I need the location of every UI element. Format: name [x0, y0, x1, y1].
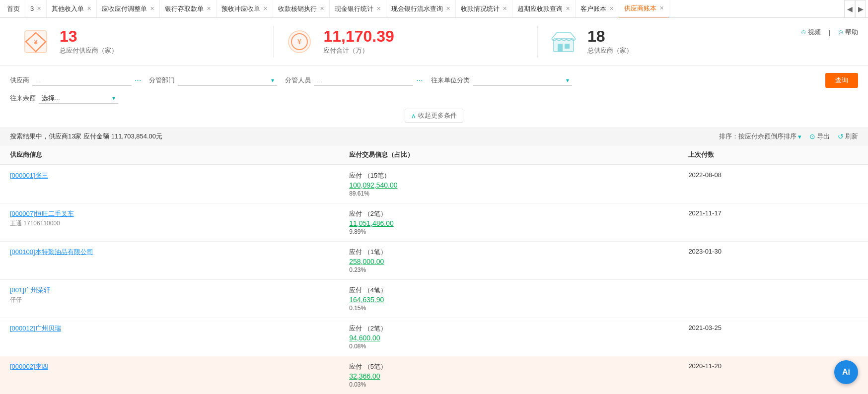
supplier-link[interactable]: [001]广州荣轩 [10, 286, 50, 294]
tab-other-income[interactable]: 其他收入单 ✕ [47, 0, 97, 18]
supplier-link[interactable]: [000002]李四 [10, 363, 48, 370]
card-icon-shop [548, 26, 579, 58]
tab-home[interactable]: 首页 [2, 0, 25, 18]
video-link[interactable]: ⊙ 视频 [801, 28, 821, 37]
last-pay-date: 2023-01-30 [688, 248, 722, 255]
balance-select-wrap: 选择... [39, 93, 118, 104]
last-pay-cell: 2023-01-30 [688, 248, 858, 255]
summary-section: ¥ 13 总应付供应商（家） ¥ 11,170.39 应付合计（万） [0, 18, 868, 66]
tx-amount[interactable]: 32,366.00 [349, 372, 688, 380]
collapse-arrow-icon: ∧ [411, 112, 416, 120]
table-row: [001]广州荣轩 仔仔 应付 （4笔） 164,635.90 0.15% [0, 280, 868, 318]
card-label-payable-total: 应付合计（万） [323, 46, 394, 55]
close-icon[interactable]: ✕ [566, 5, 570, 12]
supplier-input[interactable] [32, 75, 132, 86]
close-icon[interactable]: ✕ [376, 5, 381, 12]
tx-amount[interactable]: 11,051,486.00 [349, 219, 688, 227]
last-pay-cell: 2021-03-25 [688, 324, 858, 331]
tx-label: 应付 （5笔） [349, 362, 688, 371]
balance-label: 往来余额 [10, 94, 36, 103]
supplier-link[interactable]: [000012]广州贝瑞 [10, 325, 61, 332]
summary-card-payable-total: ¥ 11,170.39 应付合计（万） [273, 26, 537, 58]
close-icon[interactable]: ✕ [87, 5, 91, 12]
close-icon[interactable]: ✕ [659, 5, 664, 11]
dept-select[interactable] [178, 75, 277, 86]
col-header-supplier: 供应商信息 [10, 150, 349, 159]
svg-rect-7 [558, 44, 563, 52]
tx-info-cell: 应付 （5笔） 32,366.00 0.03% [349, 362, 688, 388]
nav-next-arrow[interactable]: ▶ [855, 0, 866, 18]
filter-dept: 分管部门 [149, 75, 277, 86]
tab-receipt-verify[interactable]: 收款核销执行 ✕ [273, 0, 330, 18]
last-pay-date: 2020-11-20 [688, 362, 722, 370]
tab-overdue-ar[interactable]: 超期应收款查询 ✕ [512, 0, 576, 18]
tab-receipt-stat[interactable]: 收款情况统计 ✕ [456, 0, 512, 18]
last-pay-cell: 2022-08-08 [688, 171, 858, 179]
close-icon[interactable]: ✕ [320, 5, 324, 12]
supplier-info-cell: [000002]李四 [10, 362, 349, 371]
close-icon[interactable]: ✕ [263, 5, 268, 12]
ai-button[interactable]: Ai [834, 360, 858, 384]
tx-label: 应付 （4笔） [349, 286, 688, 295]
supplier-link[interactable]: [000001]张三 [10, 172, 48, 179]
result-actions: 排序：按应付余额倒序排序 ▾ ⊙ 导出 ↺ 刷新 [719, 132, 858, 141]
balance-select[interactable]: 选择... [39, 93, 118, 104]
tx-info-cell: 应付 （1笔） 258,000.00 0.23% [349, 248, 688, 273]
result-info: 搜索结果中，供应商13家 应付金额 111,703,854.00元 [10, 132, 162, 141]
supplier-info-cell: [000012]广州贝瑞 [10, 324, 349, 333]
tx-percent: 0.23% [349, 266, 688, 273]
supplier-link[interactable]: [000007]恒旺二手叉车 [10, 210, 74, 217]
supplier-link[interactable]: [000100]本特勤油品有限公司 [10, 248, 93, 256]
tx-info-cell: 应付 （15笔） 100,092,540.00 89.61% [349, 171, 688, 197]
table-row: [000012]广州贝瑞 应付 （2笔） 94,600.00 0.08% 202… [0, 318, 868, 356]
help-link[interactable]: ⊙ 帮助 [838, 28, 858, 37]
refresh-button[interactable]: ↺ 刷新 [838, 132, 858, 141]
table-body: [000001]张三 应付 （15笔） 100,092,540.00 89.61… [0, 165, 868, 394]
supplier-info-cell: [000100]本特勤油品有限公司 [10, 248, 349, 257]
refresh-label: 刷新 [845, 132, 858, 141]
person-input[interactable] [314, 75, 413, 86]
category-select-wrap [473, 75, 572, 86]
dept-select-wrap [178, 75, 277, 86]
export-button[interactable]: ⊙ 导出 [809, 132, 830, 141]
col-header-tx: 应付交易信息（占比） [349, 150, 688, 159]
tab-supplier-ledger[interactable]: 供应商账本 ✕ [619, 0, 669, 18]
close-icon[interactable]: ✕ [446, 5, 450, 12]
tab-advance-offset[interactable]: 预收冲应收单 ✕ [217, 0, 273, 18]
tx-amount[interactable]: 164,635.90 [349, 296, 688, 304]
person-dots-icon[interactable]: ··· [416, 76, 423, 85]
table-row: [000007]恒旺二手叉车 王通 17106110000 应付 （2笔） 11… [0, 203, 868, 242]
supplier-sub: 仔仔 [10, 296, 349, 304]
tx-amount[interactable]: 94,600.00 [349, 334, 688, 342]
sort-icon: ▾ [798, 133, 801, 140]
close-icon[interactable]: ✕ [207, 5, 211, 12]
close-icon[interactable]: ✕ [503, 5, 507, 12]
tab-bank-deposit[interactable]: 银行存取款单 ✕ [160, 0, 217, 18]
table-row: [000002]李四 应付 （5笔） 32,366.00 0.03% 2020-… [0, 356, 868, 394]
tx-percent: 0.08% [349, 343, 688, 350]
tab-cash-bank-flow[interactable]: 现金银行流水查询 ✕ [386, 0, 456, 18]
card-number-total-suppliers: 18 [587, 28, 633, 44]
table-row: [000100]本特勤油品有限公司 应付 （1笔） 258,000.00 0.2… [0, 242, 868, 280]
tab-ar-ap-adjust[interactable]: 应收应付调整单 ✕ [97, 0, 160, 18]
query-button[interactable]: 查询 [825, 73, 858, 88]
supplier-info-cell: [000007]恒旺二手叉车 王通 17106110000 [10, 209, 349, 228]
tab-customer-ledger[interactable]: 客户账本 ✕ [576, 0, 619, 18]
tx-percent: 0.15% [349, 305, 688, 312]
tx-label: 应付 （2笔） [349, 324, 688, 333]
supplier-dots-icon[interactable]: ··· [135, 76, 141, 85]
collapse-button[interactable]: ∧ 收起更多条件 [405, 109, 463, 123]
tab-cash-bank-stat[interactable]: 现金银行统计 ✕ [330, 0, 386, 18]
nav-prev-arrow[interactable]: ◀ [844, 0, 855, 18]
svg-rect-8 [565, 44, 570, 49]
card-icon-diamond: ¥ [20, 26, 52, 58]
close-icon[interactable]: ✕ [150, 5, 154, 12]
sort-button[interactable]: 排序：按应付余额倒序排序 ▾ [719, 132, 801, 141]
tx-amount[interactable]: 258,000.00 [349, 258, 688, 265]
tab-3[interactable]: 3 ✕ [25, 0, 47, 18]
close-icon[interactable]: ✕ [37, 5, 41, 12]
category-select[interactable] [473, 75, 572, 86]
tx-amount[interactable]: 100,092,540.00 [349, 181, 688, 189]
card-number-suppliers-payable: 13 [60, 28, 118, 44]
close-icon[interactable]: ✕ [609, 5, 614, 12]
